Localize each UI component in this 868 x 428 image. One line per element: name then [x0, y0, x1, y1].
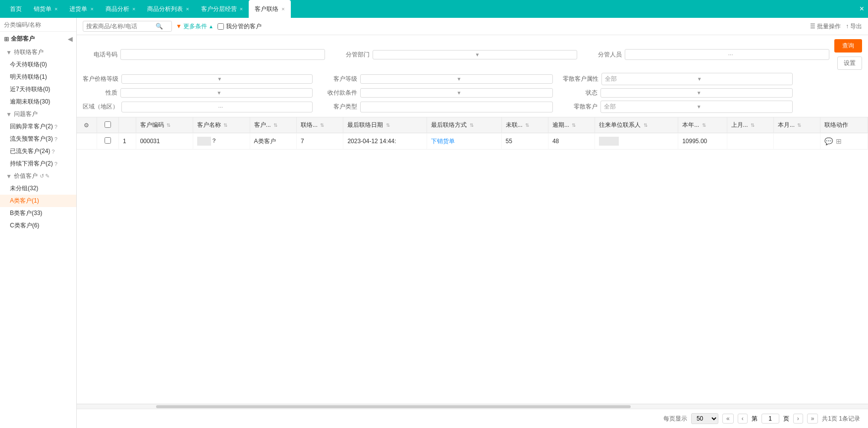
- batch-op-btn[interactable]: ☰ 批量操作: [810, 22, 841, 31]
- filter-customer-level: 客户等级 ▼: [323, 74, 552, 84]
- settings-btn[interactable]: 设置: [837, 56, 862, 70]
- pagination: 每页显示 50 100 200 « ‹ 第 页 › » 共1页 1条记录: [77, 409, 868, 428]
- col-type[interactable]: 客户... ⇅: [250, 117, 296, 133]
- col-history-contact[interactable]: 往来单位联系人 ⇅: [595, 117, 678, 133]
- sort-no-contact: ⇅: [525, 122, 529, 128]
- sidebar-group-value[interactable]: ▼ 价值客户 ↺ ✎: [0, 170, 76, 182]
- phone-input[interactable]: [120, 49, 325, 60]
- sidebar-item-7days-pending[interactable]: 近7天待联络(0): [0, 83, 76, 96]
- close-product-analysis-list[interactable]: ×: [186, 6, 189, 12]
- filter-row-2: 客户价格等级 ▼ 客户等级 ▼ 零散客户属性: [83, 73, 862, 85]
- tab-customer-contact[interactable]: 客户联络 ×: [249, 0, 290, 18]
- col-this-year[interactable]: 本年... ⇅: [678, 117, 727, 133]
- col-this-month[interactable]: 本月... ⇅: [774, 117, 820, 133]
- col-name[interactable]: 客户名称 ⇅: [193, 117, 250, 133]
- person-select[interactable]: ···: [625, 49, 829, 60]
- sidebar-item-a-class[interactable]: A类客户(1): [0, 195, 76, 207]
- col-contact[interactable]: 联络... ⇅: [296, 117, 343, 133]
- payment-select[interactable]: ▼: [360, 88, 552, 98]
- col-code[interactable]: 客户编码 ⇅: [136, 117, 193, 133]
- tab-home[interactable]: 首页: [4, 0, 28, 18]
- close-product-analysis[interactable]: ×: [132, 6, 135, 12]
- close-purchase-order[interactable]: ×: [90, 6, 93, 12]
- sidebar-item-unclassified[interactable]: 未分组(32): [0, 182, 76, 195]
- retail-customer-select[interactable]: 全部 ▼: [600, 101, 793, 113]
- first-page-btn[interactable]: «: [722, 414, 734, 424]
- filter-actions: 查询 设置: [829, 39, 862, 70]
- grid-icon: ⊞: [4, 36, 9, 43]
- sidebar-item-tomorrow-pending[interactable]: 明天待联络(1): [0, 71, 76, 83]
- sidebar-item-lost[interactable]: 已流失客户(24) ?: [0, 145, 76, 158]
- price-level-select[interactable]: ▼: [121, 74, 313, 84]
- sidebar-item-today-pending[interactable]: 今天待联络(0): [0, 58, 76, 71]
- query-btn[interactable]: 查询: [834, 39, 862, 53]
- more-filter-btn[interactable]: ▼ 更多条件 ▲: [176, 22, 214, 31]
- horizontal-scrollbar[interactable]: [77, 404, 868, 409]
- sidebar-item-c-class[interactable]: C类客户(6): [0, 219, 76, 232]
- close-all-btn[interactable]: ×: [860, 4, 864, 13]
- row-last-month: [727, 133, 773, 150]
- main-search-input[interactable]: [86, 23, 156, 30]
- row-contact-count: 7: [296, 133, 343, 150]
- close-customer-contact[interactable]: ×: [281, 6, 284, 12]
- row-history-contact: [595, 133, 678, 150]
- customer-type-input[interactable]: [360, 102, 552, 112]
- col-settings[interactable]: ⚙: [77, 117, 97, 133]
- tab-customer-segment[interactable]: 客户分层经营 ×: [195, 0, 249, 18]
- sidebar-item-b-class[interactable]: B类客户(33): [0, 207, 76, 219]
- region-dots[interactable]: ···: [218, 104, 309, 110]
- filter-nature: 性质 ▼: [83, 88, 313, 98]
- next-page-btn[interactable]: ›: [793, 414, 803, 424]
- collapse-icon[interactable]: ◀: [68, 36, 72, 43]
- status-select[interactable]: ▼: [600, 88, 793, 98]
- tab-product-analysis[interactable]: 商品分析 ×: [100, 0, 141, 18]
- sidebar-group-problem[interactable]: ▼ 问题客户: [0, 108, 76, 120]
- col-last-contact-way[interactable]: 最后联络方式 ⇅: [427, 117, 501, 133]
- sidebar-item-overdue-pending[interactable]: 逾期未联络(30): [0, 96, 76, 108]
- close-customer-segment[interactable]: ×: [240, 6, 243, 12]
- sidebar-group-pending[interactable]: ▼ 待联络客户: [0, 46, 76, 58]
- refresh-icon[interactable]: ↺: [40, 173, 44, 179]
- col-last-month[interactable]: 上月... ⇅: [727, 117, 773, 133]
- nature-select[interactable]: ▼: [120, 88, 313, 98]
- edit-icon[interactable]: ✎: [45, 173, 50, 179]
- main-search-icon[interactable]: 🔍: [156, 23, 163, 30]
- close-sales-order[interactable]: ×: [54, 6, 57, 12]
- payment-chev: ▼: [457, 90, 549, 96]
- scrollbar-thumb: [156, 405, 631, 408]
- my-customer-checkbox[interactable]: [217, 23, 224, 30]
- col-overdue[interactable]: 逾期... ⇅: [548, 117, 595, 133]
- question-icon4: ?: [54, 161, 57, 167]
- person-dots[interactable]: ···: [728, 51, 826, 58]
- row-last-contact-way[interactable]: 下销货单: [427, 133, 501, 150]
- my-customer-check[interactable]: 我分管的客户: [217, 22, 262, 31]
- col-last-contact-date[interactable]: 最后联络日期 ⇅: [343, 117, 427, 133]
- page-size-select[interactable]: 50 100 200: [691, 413, 718, 424]
- sort-history: ⇅: [644, 122, 648, 128]
- chat-action-icon[interactable]: 💬: [824, 137, 833, 145]
- dept-select[interactable]: ▼: [373, 50, 577, 59]
- sidebar-search-input[interactable]: [4, 21, 77, 28]
- customer-level-select[interactable]: ▼: [360, 74, 552, 84]
- row-checkbox[interactable]: [105, 137, 111, 144]
- tab-purchase-order[interactable]: 进货单 ×: [63, 0, 99, 18]
- sidebar-item-declining[interactable]: 持续下滑客户(2) ?: [0, 158, 76, 170]
- select-all-checkbox[interactable]: [105, 121, 111, 128]
- last-page-btn[interactable]: »: [807, 414, 818, 424]
- prev-page-btn[interactable]: ‹: [738, 414, 748, 424]
- tab-product-analysis-list[interactable]: 商品分析列表 ×: [141, 0, 195, 18]
- page-number-input[interactable]: [761, 414, 779, 424]
- retail-attr-select[interactable]: 全部 ▼: [601, 73, 793, 85]
- sidebar-all-customers[interactable]: ⊞ 全部客户 ◀: [0, 32, 76, 46]
- col-no-contact[interactable]: 未联... ⇅: [501, 117, 548, 133]
- qr-action-icon[interactable]: ⊞: [836, 137, 842, 145]
- sort-last-month: ⇅: [751, 122, 755, 128]
- sidebar-item-loss-warning[interactable]: 流失预警客户(3) ?: [0, 133, 76, 145]
- export-btn[interactable]: ↑ 导出: [846, 22, 862, 31]
- retail-customer-label: 零散客户: [563, 103, 597, 111]
- filter-payment: 收付款条件 ▼: [323, 88, 552, 98]
- region-select[interactable]: ···: [121, 102, 313, 112]
- sidebar-item-repurchase-abnormal[interactable]: 回购异常客户(2) ?: [0, 120, 76, 133]
- batch-icon: ☰: [810, 23, 815, 30]
- tab-sales-order[interactable]: 销货单 ×: [28, 0, 63, 18]
